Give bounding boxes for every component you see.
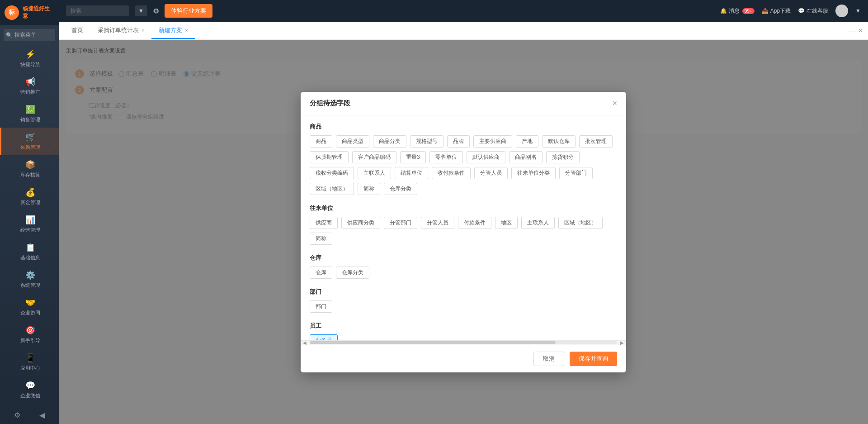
confirm-button[interactable]: 保存并查询 <box>570 352 617 366</box>
field-tag[interactable]: 分管部门 <box>559 167 593 179</box>
inventory-icon: 📦 <box>25 160 35 170</box>
settings-bottom-icon[interactable]: ⚙ <box>14 411 20 419</box>
field-tag[interactable]: 结算单位 <box>395 167 428 179</box>
settings-icon[interactable]: ⚙ <box>153 7 159 15</box>
field-tag[interactable]: 零售单位 <box>429 151 463 163</box>
modal-body[interactable]: 商品 商品 商品类型 商品分类 规格型号 品牌 主要供应商 产地 默认仓库 批次… <box>301 115 626 340</box>
sidebar-item-quick-nav[interactable]: ⚡ 快捷导航 <box>0 45 59 72</box>
tab-purchase-stats[interactable]: 采购订单统计表 × <box>90 23 151 39</box>
purchase-icon: 🛒 <box>25 132 35 142</box>
field-tag[interactable]: 主联系人 <box>521 217 555 229</box>
field-tag[interactable]: 分管部门 <box>384 217 417 229</box>
field-tag[interactable]: 规格型号 <box>410 135 443 148</box>
trial-button[interactable]: 体验行业方案 <box>165 4 212 18</box>
field-tag[interactable]: 供应商分类 <box>341 217 380 229</box>
field-tag[interactable]: 默认仓库 <box>542 135 576 148</box>
section-warehouse: 仓库 仓库 仓库分类 <box>310 254 617 279</box>
scroll-track[interactable] <box>310 341 617 344</box>
field-tag[interactable]: 分管人员 <box>474 167 508 179</box>
field-tag[interactable]: 税收分类编码 <box>310 167 354 179</box>
field-tag[interactable]: 商品分类 <box>373 135 406 148</box>
field-tag[interactable]: 供应商 <box>310 217 338 229</box>
sidebar-item-marketing[interactable]: 📢 营销推广 <box>0 72 59 100</box>
field-tag[interactable]: 默认供应商 <box>467 151 505 163</box>
sidebar-item-label: 应用中心 <box>20 365 40 372</box>
avatar[interactable] <box>835 5 848 17</box>
sidebar-item-basic[interactable]: 📋 基础信息 <box>0 238 59 266</box>
field-tag[interactable]: 部门 <box>310 300 332 313</box>
search-menu-button[interactable]: 🔍 搜索菜单 <box>4 29 55 41</box>
sidebar-item-wechat[interactable]: 💬 企业微信 <box>0 376 59 404</box>
header-dropdown-button[interactable]: ▼ <box>135 5 147 16</box>
sidebar-item-label: 采购管理 <box>20 144 40 151</box>
tab-new-plan-close[interactable]: × <box>185 28 188 33</box>
field-tag[interactable]: 重量3 <box>400 151 426 163</box>
sidebar-item-operation[interactable]: 📊 经营管理 <box>0 210 59 238</box>
sidebar-item-finance[interactable]: 💰 资金管理 <box>0 183 59 210</box>
sidebar-item-label: 资金管理 <box>20 199 40 206</box>
app-download-item[interactable]: 📥 App下载 <box>762 7 791 15</box>
field-tag[interactable]: 商品 <box>310 135 332 148</box>
cancel-button[interactable]: 取消 <box>533 352 564 366</box>
quick-nav-icon: ⚡ <box>25 49 35 59</box>
header-search-input[interactable] <box>66 5 129 16</box>
field-tag[interactable]: 产地 <box>516 135 538 148</box>
field-tag[interactable]: 商品别名 <box>509 151 542 163</box>
field-tag[interactable]: 保质期管理 <box>310 151 349 163</box>
sidebar-item-sales[interactable]: 💹 销售管理 <box>0 100 59 128</box>
sidebar-item-cooperation[interactable]: 🤝 企业协同 <box>0 293 59 321</box>
tabs-close-icon[interactable]: × <box>859 27 863 35</box>
wechat-icon: 💬 <box>25 381 35 391</box>
sidebar-item-label: 企业微信 <box>20 392 40 399</box>
tab-purchase-stats-close[interactable]: × <box>142 28 144 33</box>
sidebar-item-inventory[interactable]: 📦 库存核算 <box>0 155 59 183</box>
field-tag[interactable]: 往来单位分类 <box>511 167 556 179</box>
field-tag[interactable]: 简称 <box>358 183 380 195</box>
field-tag[interactable]: 仓库 <box>310 267 332 279</box>
scroll-thumb <box>310 341 556 344</box>
sidebar-item-system[interactable]: ⚙️ 系统管理 <box>0 266 59 293</box>
user-dropdown-icon[interactable]: ▼ <box>855 8 861 14</box>
field-tag[interactable]: 仓库分类 <box>336 267 369 279</box>
field-tag[interactable]: 地区 <box>495 217 518 229</box>
sidebar-item-label: 基础信息 <box>20 254 40 261</box>
field-tag[interactable]: 付款条件 <box>458 217 491 229</box>
modal-title: 分组待选字段 <box>310 99 350 108</box>
field-tag[interactable]: 拣货积分 <box>546 151 580 163</box>
section-department-title: 部门 <box>310 288 617 296</box>
modal-close-button[interactable]: × <box>612 99 617 107</box>
field-tag[interactable]: 分管人员 <box>421 217 454 229</box>
section-department: 部门 部门 <box>310 288 617 313</box>
logo-text: 畅捷通好生意 <box>23 5 54 19</box>
field-tag[interactable]: 仓库分类 <box>384 183 417 195</box>
tabs-minimize-icon[interactable]: — <box>848 27 855 35</box>
field-tag[interactable]: 主要供应商 <box>473 135 512 148</box>
notification-item[interactable]: 🔔 消息 99+ <box>720 7 755 15</box>
tab-new-plan-label: 新建方案 <box>159 26 182 34</box>
field-tag[interactable]: 客户商品编码 <box>352 151 396 163</box>
modal-horizontal-scrollbar[interactable]: ◀ ▶ <box>301 340 626 345</box>
field-tag[interactable]: 简称 <box>310 233 332 245</box>
tab-new-plan[interactable]: 新建方案 × <box>151 23 195 39</box>
online-service-item[interactable]: 💬 在线客服 <box>798 7 828 15</box>
sidebar-item-guide[interactable]: 🎯 新手引导 <box>0 321 59 348</box>
field-tag-employee[interactable]: 业务员 <box>310 334 338 340</box>
download-icon: 📥 <box>762 8 769 14</box>
tab-purchase-stats-label: 采购订单统计表 <box>98 26 139 34</box>
sidebar-item-purchase[interactable]: 🛒 采购管理 <box>0 128 59 155</box>
online-service-label: 在线客服 <box>807 7 828 15</box>
field-tag[interactable]: 收付款条件 <box>432 167 471 179</box>
collapse-icon[interactable]: ◀ <box>39 411 45 419</box>
field-tag[interactable]: 区域（地区） <box>558 217 603 229</box>
field-tag[interactable]: 主联系人 <box>358 167 391 179</box>
field-tag[interactable]: 商品类型 <box>336 135 369 148</box>
field-tag[interactable]: 批次管理 <box>579 135 613 148</box>
sidebar-search-container: 🔍 搜索菜单 <box>0 25 59 45</box>
field-tag[interactable]: 品牌 <box>447 135 470 148</box>
sidebar-item-apps[interactable]: 📱 应用中心 <box>0 348 59 376</box>
field-tag[interactable]: 区域（地区） <box>310 183 354 195</box>
logo-icon: 标 <box>5 5 19 20</box>
cooperation-icon: 🤝 <box>25 298 35 308</box>
tab-home[interactable]: 首页 <box>64 23 90 39</box>
sidebar-nav: ⚡ 快捷导航 📢 营销推广 💹 销售管理 🛒 采购管理 📦 库存核算 💰 <box>0 45 59 406</box>
